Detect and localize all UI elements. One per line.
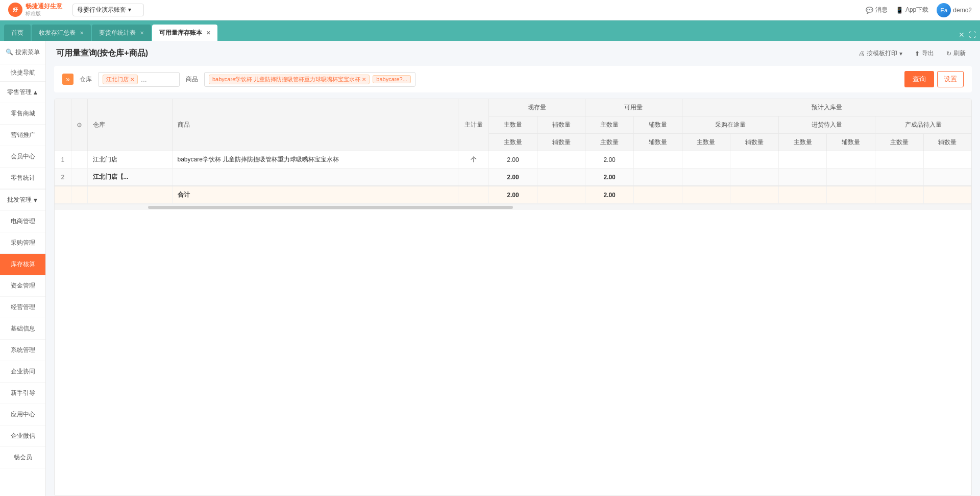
th-gear[interactable]: ⚙ bbox=[71, 99, 87, 151]
sidebar-item-marketing[interactable]: 营销推广 bbox=[0, 125, 45, 146]
th-available-main: 主数量 bbox=[585, 116, 634, 134]
data-table: ⚙ 仓库 商品 主计量 现存量 bbox=[55, 99, 971, 204]
table-body: 1 江北门店 babycare学饮杯 儿童防摔防撞吸管杯重力球吸嘴杯宝宝水杯 个… bbox=[55, 151, 971, 186]
user-name: demo2 bbox=[953, 7, 972, 14]
settings-button[interactable]: 设置 bbox=[937, 71, 964, 87]
enterprise-wechat-label: 企业微信 bbox=[11, 432, 35, 439]
filter-actions: 查询 设置 bbox=[904, 71, 964, 87]
user-area[interactable]: Ea demo2 bbox=[937, 3, 972, 17]
member-center-label: 会员中心 bbox=[11, 153, 35, 160]
store-selector[interactable]: 母婴行业演示账套 ▾ bbox=[72, 4, 144, 16]
vip-member-label: 畅会员 bbox=[14, 454, 32, 461]
th-available-aux-2: 辅数量 bbox=[633, 134, 682, 151]
th-purchase-main: 主数量 bbox=[682, 134, 730, 151]
sidebar-item-enterprise-wechat[interactable]: 企业微信 bbox=[0, 426, 45, 447]
warehouse-more-dots[interactable]: ... bbox=[141, 75, 147, 83]
sidebar-item-system[interactable]: 系统管理 bbox=[0, 340, 45, 361]
product-tag-1-close[interactable]: ✕ bbox=[362, 77, 366, 82]
sidebar-item-ecommerce[interactable]: 电商管理 bbox=[0, 211, 45, 232]
sidebar-item-operations[interactable]: 经营管理 bbox=[0, 297, 45, 318]
search-menu-button[interactable]: 🔍 搜索菜单 bbox=[4, 46, 41, 59]
export-button[interactable]: ⬆ 导出 bbox=[911, 47, 938, 60]
product-input[interactable]: babycare学饮杯 儿童防摔防撞吸管杯重力球吸嘴杯宝宝水杯 ✕ babyca… bbox=[204, 72, 415, 87]
footer-production-main-total bbox=[875, 186, 923, 204]
th-incoming-pending-group: 进货待入量 bbox=[778, 116, 875, 134]
row-1-current-aux bbox=[537, 151, 585, 169]
print-button[interactable]: 🖨 按模板打印 ▾ bbox=[854, 47, 906, 60]
tab-expand-icon[interactable]: ⛶ bbox=[969, 31, 976, 39]
row-2-product bbox=[172, 169, 458, 186]
sidebar-item-member-center[interactable]: 会员中心 bbox=[0, 146, 45, 168]
expand-filter-button[interactable]: » bbox=[62, 74, 74, 85]
logo-icon: 好 bbox=[8, 3, 22, 17]
refresh-button[interactable]: ↻ 刷新 bbox=[942, 47, 970, 60]
product-tag-2-text: babycare?... bbox=[376, 76, 407, 82]
tab-order-stats-close[interactable]: ✕ bbox=[140, 30, 144, 36]
sidebar-item-app-center[interactable]: 应用中心 bbox=[0, 404, 45, 426]
product-filter-label: 商品 bbox=[186, 75, 198, 84]
product-tag-2: babycare?... bbox=[373, 75, 411, 83]
tab-order-stats[interactable]: 要货单统计表 ✕ bbox=[92, 25, 151, 41]
row-1-purchase-aux bbox=[730, 151, 779, 169]
print-arrow-icon: ▾ bbox=[899, 50, 902, 57]
page-title: 可用量查询(按仓库+商品) bbox=[56, 48, 148, 59]
sidebar-item-retail-mgmt[interactable]: 零售管理 ▲ bbox=[0, 82, 45, 103]
row-1-production-main bbox=[875, 151, 923, 169]
row-2-incoming-main bbox=[778, 169, 827, 186]
sidebar-item-retail-mall[interactable]: 零售商城 bbox=[0, 103, 45, 125]
footer-purchase-aux-total bbox=[730, 186, 779, 204]
logo-text-area: 畅捷通好生意 标准版 bbox=[26, 3, 62, 17]
app-download-button[interactable]: 📱 App下载 bbox=[896, 6, 928, 14]
th-current-aux-2: 辅数量 bbox=[537, 134, 585, 151]
retail-mall-label: 零售商城 bbox=[11, 110, 35, 117]
row-2-current-main: 2.00 bbox=[489, 169, 537, 186]
footer-incoming-main-total bbox=[778, 186, 827, 204]
tab-receipt-summary-close[interactable]: ✕ bbox=[80, 30, 84, 36]
warehouse-filter-label: 仓库 bbox=[80, 75, 92, 84]
chevron-icon: ▲ bbox=[33, 89, 39, 96]
tab-bar-right: ✕ ⛶ bbox=[959, 31, 976, 41]
row-2-incoming-aux bbox=[827, 169, 875, 186]
tab-home[interactable]: 首页 bbox=[4, 25, 31, 41]
sidebar-item-inventory[interactable]: 库存核算 bbox=[0, 254, 45, 275]
th-product: 商品 bbox=[172, 99, 458, 151]
warehouse-input[interactable]: 江北门店 ✕ ... bbox=[98, 72, 180, 87]
row-1-available-main: 2.00 bbox=[585, 151, 634, 169]
sidebar-item-basics[interactable]: 基础信息 bbox=[0, 318, 45, 340]
query-button[interactable]: 查询 bbox=[904, 71, 934, 87]
basics-label: 基础信息 bbox=[11, 325, 35, 332]
horizontal-scrollbar[interactable] bbox=[55, 204, 971, 210]
gear-icon[interactable]: ⚙ bbox=[77, 122, 82, 129]
search-menu-label: 搜索菜单 bbox=[15, 49, 40, 56]
tab-collapse-icon[interactable]: ✕ bbox=[959, 31, 965, 39]
message-button[interactable]: 💬 消息 bbox=[866, 6, 888, 14]
sidebar-item-purchase-mgmt[interactable]: 采购管理 bbox=[0, 232, 45, 254]
footer-available-aux-total bbox=[633, 186, 682, 204]
sidebar-item-new-guide[interactable]: 新手引导 bbox=[0, 383, 45, 404]
tab-available-stock[interactable]: 可用量库存账本 ✕ bbox=[152, 25, 217, 41]
scroll-thumb[interactable] bbox=[148, 206, 513, 209]
th-production-pending-group: 产成品待入量 bbox=[875, 116, 971, 134]
sidebar-item-vip-member[interactable]: 畅会员 bbox=[0, 447, 45, 468]
quick-nav-label: 快捷导航 bbox=[11, 69, 35, 76]
th-main-unit: 主计量 bbox=[458, 99, 489, 151]
table-row: 1 江北门店 babycare学饮杯 儿童防摔防撞吸管杯重力球吸嘴杯宝宝水杯 个… bbox=[55, 151, 971, 169]
wholesale-mgmt-label: 批发管理 bbox=[7, 196, 32, 204]
th-current-aux: 辅数量 bbox=[537, 116, 585, 134]
footer-purchase-main-total bbox=[682, 186, 730, 204]
warehouse-tag-close[interactable]: ✕ bbox=[130, 77, 134, 82]
page-actions: 🖨 按模板打印 ▾ ⬆ 导出 ↻ 刷新 bbox=[854, 47, 970, 60]
sidebar-item-finance[interactable]: 资金管理 bbox=[0, 275, 45, 297]
footer-incoming-aux-total bbox=[827, 186, 875, 204]
tab-receipt-summary[interactable]: 收发存汇总表 ✕ bbox=[32, 25, 91, 41]
tab-available-stock-close[interactable]: ✕ bbox=[206, 30, 210, 36]
th-planned-incoming-group: 预计入库量 bbox=[682, 99, 971, 116]
search-icon: 🔍 bbox=[6, 49, 13, 56]
table-container: ⚙ 仓库 商品 主计量 现存量 bbox=[54, 99, 972, 496]
sidebar-item-retail-stats[interactable]: 零售统计 bbox=[0, 168, 45, 189]
sidebar-item-wholesale-mgmt[interactable]: 批发管理 ▼ bbox=[0, 190, 45, 211]
enterprise-collab-label: 企业协同 bbox=[11, 368, 35, 375]
sidebar-item-quick-nav[interactable]: 快捷导航 bbox=[0, 64, 45, 82]
sidebar-item-enterprise-collab[interactable]: 企业协同 bbox=[0, 361, 45, 383]
marketing-label: 营销推广 bbox=[11, 131, 35, 138]
